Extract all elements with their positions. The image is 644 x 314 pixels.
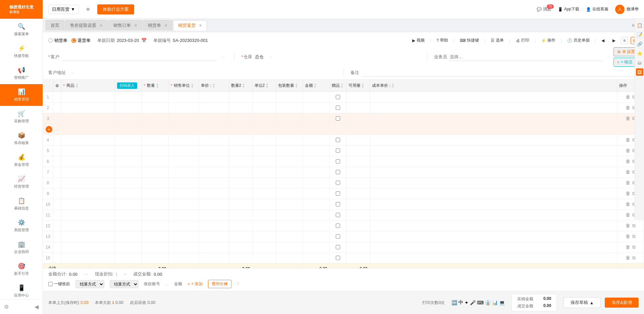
sidebar-item-system[interactable]: ⚙️系统管理 bbox=[0, 215, 43, 237]
row-unit-price-1[interactable] bbox=[199, 92, 229, 103]
rs-icon-5[interactable]: 🗂 bbox=[636, 59, 643, 66]
row-unit2-5[interactable] bbox=[252, 145, 276, 156]
row-qty-12[interactable] bbox=[142, 221, 168, 231]
row-amount-4[interactable] bbox=[303, 135, 329, 145]
row-qty2-7[interactable] bbox=[229, 167, 252, 178]
row-product-11[interactable] bbox=[61, 210, 115, 221]
gift-check-13[interactable] bbox=[336, 234, 340, 239]
row-unit-price-5[interactable] bbox=[199, 145, 229, 156]
row-available-12[interactable] bbox=[346, 221, 370, 231]
row-gift-3[interactable] bbox=[329, 113, 346, 124]
experience-btn[interactable]: 体验行业方案 bbox=[97, 4, 134, 14]
row-sales-unit-4[interactable] bbox=[168, 135, 199, 145]
table-row[interactable]: 4 🗑 ⧉ bbox=[43, 135, 644, 145]
row-available-1[interactable] bbox=[346, 92, 370, 103]
row-amount-9[interactable] bbox=[303, 188, 329, 199]
account-placeholder-dots[interactable]: ··· bbox=[165, 282, 169, 287]
row-product-7[interactable] bbox=[61, 167, 115, 178]
daily-goods-selector[interactable]: 日用百货 ▼ bbox=[48, 5, 79, 14]
row-cost-price-12[interactable] bbox=[370, 221, 617, 231]
customer-dots[interactable]: ··· bbox=[219, 55, 227, 59]
row-available-13[interactable] bbox=[346, 231, 370, 242]
tab-close-sales-return[interactable]: ✕ bbox=[199, 23, 202, 28]
row-available-4[interactable] bbox=[346, 135, 370, 145]
row-qty-15[interactable] bbox=[142, 253, 168, 263]
row-qty-5[interactable] bbox=[142, 145, 168, 156]
row-cost-price-9[interactable] bbox=[370, 188, 617, 199]
table-row[interactable]: 10 🗑 ⧉ bbox=[43, 199, 644, 210]
row-amount-15[interactable] bbox=[303, 253, 329, 263]
row-pkg-qty-6[interactable] bbox=[276, 156, 303, 167]
row-qty-13[interactable] bbox=[142, 231, 168, 242]
row-cost-price-10[interactable] bbox=[370, 199, 617, 210]
row-qty-10[interactable] bbox=[142, 199, 168, 210]
gift-check-15[interactable] bbox=[336, 256, 340, 260]
settlement-method-select[interactable]: 结算方式 bbox=[75, 280, 104, 288]
row-amount-10[interactable] bbox=[303, 199, 329, 210]
rs-icon-4[interactable]: ⭐ bbox=[636, 50, 643, 57]
table-row[interactable]: 14 🗑 ⧉ bbox=[43, 242, 644, 253]
row-gift-11[interactable] bbox=[329, 210, 346, 221]
row-product-1[interactable] bbox=[61, 92, 115, 103]
gift-check-6[interactable] bbox=[336, 159, 340, 164]
row-cost-price-3[interactable] bbox=[370, 113, 617, 124]
operate-btn[interactable]: ⚡ 操作 bbox=[538, 36, 558, 45]
row-qty2-13[interactable] bbox=[229, 231, 252, 242]
row-unit2-8[interactable] bbox=[252, 178, 276, 188]
row-gift-1[interactable] bbox=[329, 92, 346, 103]
row-cost-price-1[interactable] bbox=[370, 92, 617, 103]
row-product-12[interactable] bbox=[61, 221, 115, 231]
gift-check-5[interactable] bbox=[336, 148, 340, 153]
row-unit2-2[interactable] bbox=[252, 103, 276, 113]
row-gift-7[interactable] bbox=[329, 167, 346, 178]
tab-close-price-extract[interactable]: ✕ bbox=[100, 23, 103, 28]
calendar-icon[interactable]: 📅 bbox=[141, 38, 147, 43]
row-unit-price-13[interactable] bbox=[199, 231, 229, 242]
gift-check-3[interactable] bbox=[336, 116, 340, 121]
row-sales-unit-3[interactable] bbox=[168, 113, 199, 124]
row-product-2[interactable] bbox=[61, 103, 115, 113]
row-gift-13[interactable] bbox=[329, 231, 346, 242]
row-available-2[interactable] bbox=[346, 103, 370, 113]
row-unit-price-14[interactable] bbox=[199, 242, 229, 253]
gift-check-7[interactable] bbox=[336, 170, 340, 174]
row-qty2-5[interactable] bbox=[229, 145, 252, 156]
gift-check-8[interactable] bbox=[336, 181, 340, 185]
col-settings-gear[interactable]: ⚙ bbox=[53, 80, 61, 92]
row-unit-price-8[interactable] bbox=[199, 178, 229, 188]
tab-home[interactable]: 首页 bbox=[46, 20, 64, 30]
row-sales-unit-11[interactable] bbox=[168, 210, 199, 221]
row-pkg-qty-9[interactable] bbox=[276, 188, 303, 199]
radio-return[interactable]: 退货单 bbox=[71, 38, 91, 44]
row-qty2-9[interactable] bbox=[229, 188, 252, 199]
row-gift-6[interactable] bbox=[329, 156, 346, 167]
row-gift-14[interactable] bbox=[329, 242, 346, 253]
row-available-6[interactable] bbox=[346, 156, 370, 167]
row-unit2-4[interactable] bbox=[252, 135, 276, 145]
row-product-6[interactable] bbox=[61, 156, 115, 167]
row-available-11[interactable] bbox=[346, 210, 370, 221]
col-scan[interactable]: 扫码录入 bbox=[115, 80, 142, 92]
row-amount-12[interactable] bbox=[303, 221, 329, 231]
row-qty2-4[interactable] bbox=[229, 135, 252, 145]
row-unit2-13[interactable] bbox=[252, 231, 276, 242]
row-sales-unit-1[interactable] bbox=[168, 92, 199, 103]
table-row[interactable]: 13 🗑 ⧉ bbox=[43, 231, 644, 242]
row-unit-price-15[interactable] bbox=[199, 253, 229, 263]
row-unit-price-7[interactable] bbox=[199, 167, 229, 178]
row-gift-15[interactable] bbox=[329, 253, 346, 263]
gift-check-1[interactable] bbox=[336, 95, 340, 99]
row-available-14[interactable] bbox=[346, 242, 370, 253]
scan-btn[interactable]: 扫码录入 bbox=[117, 82, 137, 89]
row-pkg-qty-13[interactable] bbox=[276, 231, 303, 242]
row-pkg-qty-1[interactable] bbox=[276, 92, 303, 103]
row-qty-14[interactable] bbox=[142, 242, 168, 253]
select-btn[interactable]: ☰ 选单 bbox=[488, 36, 506, 45]
row-cost-price-5[interactable] bbox=[370, 145, 617, 156]
history-btn[interactable]: 🕐 历史单据 bbox=[565, 36, 592, 45]
next-btn[interactable]: ▶ bbox=[610, 37, 618, 44]
table-row[interactable]: 2 🗑 ⧉ bbox=[43, 103, 644, 113]
row-unit2-6[interactable] bbox=[252, 156, 276, 167]
delete-icon-3[interactable]: 🗑 bbox=[626, 116, 630, 121]
row-pkg-qty-7[interactable] bbox=[276, 167, 303, 178]
